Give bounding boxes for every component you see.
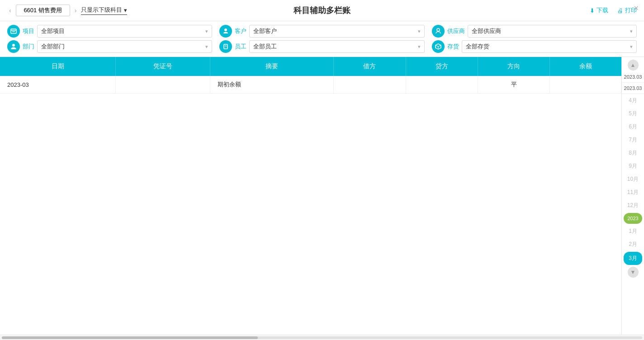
show-sub-label: 只显示下级科目 [81, 6, 122, 14]
nav-prev-button[interactable]: ‹ [7, 6, 13, 15]
svg-line-10 [438, 45, 441, 47]
timeline-month-1[interactable]: 1月 [622, 225, 644, 238]
col-debit: 借方 [334, 57, 406, 76]
dept-value: 全部部门 [41, 42, 65, 51]
account-code-display: 6601 销售费用 [16, 5, 70, 16]
supplier-label: 供应商 [447, 27, 465, 35]
inventory-select[interactable]: 全部存货 ▾ [462, 40, 637, 53]
project-select[interactable]: 全部项目 ▾ [37, 25, 212, 38]
timeline-month-5[interactable]: 5月 [622, 107, 644, 120]
download-button[interactable]: ⬇ 下载 [590, 6, 608, 14]
inventory-arrow: ▾ [630, 44, 633, 50]
timeline-month-6[interactable]: 6月 [622, 120, 644, 133]
dept-arrow: ▾ [205, 44, 208, 50]
filter-item-employee: 员工 全部员工 ▾ [219, 40, 424, 53]
supplier-select[interactable]: 全部供应商 ▾ [468, 25, 637, 38]
timeline-year-badge[interactable]: 2023 [624, 213, 642, 224]
print-icon: 🖨 [617, 7, 623, 14]
supplier-value: 全部供应商 [472, 27, 501, 35]
timeline-month-9[interactable]: 9月 [622, 160, 644, 173]
customer-value: 全部客户 [253, 27, 277, 35]
timeline-month-11[interactable]: 11月 [622, 186, 644, 199]
filter-item-inventory: 存货 全部存货 ▾ [432, 40, 637, 53]
project-value: 全部项目 [41, 27, 65, 35]
scroll-track[interactable] [2, 336, 642, 339]
col-voucher: 凭证号 [116, 57, 210, 76]
customer-arrow: ▾ [418, 28, 421, 34]
filter-row-1: 项目 全部项目 ▾ 客户 全部客户 ▾ [7, 25, 637, 38]
filter-row-2: 部门 全部部门 ▾ 员工 全部员工 ▾ [7, 40, 637, 53]
svg-rect-0 [11, 29, 16, 33]
bottom-scrollbar[interactable] [0, 335, 644, 340]
title-left: ‹ 6601 销售费用 › 只显示下级科目 ▾ [7, 5, 127, 16]
dept-icon [7, 40, 20, 53]
timeline-month-4[interactable]: 4月 [622, 94, 644, 107]
scroll-thumb[interactable] [2, 336, 258, 339]
table-row: 2023-03 期初余额 平 [0, 76, 621, 94]
dept-select[interactable]: 全部部门 ▾ [37, 40, 212, 53]
customer-label: 客户 [235, 27, 246, 35]
content-area: 日期 凭证号 摘要 借方 贷方 方向 余额 2023-03 期初余额 [0, 57, 644, 335]
inventory-icon [432, 40, 445, 53]
cell-debit [334, 76, 406, 94]
filter-item-project: 项目 全部项目 ▾ [7, 25, 212, 38]
cell-date: 2023-03 [0, 76, 116, 94]
project-icon [7, 25, 20, 38]
cell-direction: 平 [478, 76, 549, 94]
cell-voucher [116, 76, 210, 94]
employee-arrow: ▾ [418, 44, 421, 50]
title-bar: ‹ 6601 销售费用 › 只显示下级科目 ▾ 科目辅助多栏账 ⬇ 下载 🖨 打… [0, 0, 644, 21]
table-header-row: 日期 凭证号 摘要 借方 贷方 方向 余额 [0, 57, 621, 76]
nav-next-button[interactable]: › [73, 6, 79, 15]
col-summary: 摘要 [210, 57, 334, 76]
customer-select[interactable]: 全部客户 ▾ [249, 25, 424, 38]
main-table-container[interactable]: 日期 凭证号 摘要 借方 贷方 方向 余额 2023-03 期初余额 [0, 57, 621, 335]
supplier-arrow: ▾ [630, 28, 633, 34]
page-title: 科目辅助多栏账 [294, 5, 350, 16]
timeline-month-12[interactable]: 12月 [622, 199, 644, 212]
show-sub-arrow: ▾ [124, 7, 127, 14]
dept-label: 部门 [23, 42, 34, 51]
title-actions: ⬇ 下载 🖨 打印 × [590, 6, 637, 14]
employee-value: 全部员工 [253, 42, 277, 51]
col-date: 日期 [0, 57, 116, 76]
timeline-down-button[interactable]: ▼ [628, 267, 639, 278]
svg-point-4 [12, 44, 15, 47]
employee-icon [219, 40, 232, 53]
timeline-panel: ▲ 2023.03 2023.03 4月 5月 6月 7月 8月 9月 10月 … [621, 57, 644, 335]
timeline-month-2[interactable]: 2月 [622, 238, 644, 251]
col-credit: 贷方 [406, 57, 478, 76]
customer-icon [219, 25, 232, 38]
inventory-label: 存货 [447, 42, 459, 51]
svg-point-3 [437, 28, 440, 31]
timeline-month-7[interactable]: 7月 [622, 133, 644, 146]
timeline-header-1: 2023.03 [622, 71, 644, 83]
filter-item-supplier: 供应商 全部供应商 ▾ [432, 25, 637, 38]
employee-select[interactable]: 全部员工 ▾ [249, 40, 424, 53]
filter-item-customer: 客户 全部客户 ▾ [219, 25, 424, 38]
svg-line-9 [436, 45, 438, 47]
ledger-table: 日期 凭证号 摘要 借方 贷方 方向 余额 2023-03 期初余额 [0, 57, 621, 94]
project-arrow: ▾ [205, 28, 208, 34]
show-sub-button[interactable]: 只显示下级科目 ▾ [81, 6, 127, 15]
project-label: 项目 [23, 27, 34, 35]
cell-summary: 期初余额 [210, 76, 334, 94]
download-icon: ⬇ [590, 7, 595, 14]
filter-item-dept: 部门 全部部门 ▾ [7, 40, 212, 53]
employee-label: 员工 [235, 42, 246, 51]
main-window: ‹ 6601 销售费用 › 只显示下级科目 ▾ 科目辅助多栏账 ⬇ 下载 🖨 打… [0, 0, 644, 340]
timeline-header-2: 2023.03 [622, 83, 644, 94]
col-balance: 余额 [550, 57, 621, 76]
cell-balance [550, 76, 621, 94]
inventory-value: 全部存货 [466, 42, 489, 51]
col-direction: 方向 [478, 57, 549, 76]
supplier-icon [432, 25, 445, 38]
timeline-month-8[interactable]: 8月 [622, 146, 644, 160]
close-button[interactable]: × [634, 4, 639, 13]
timeline-active-month[interactable]: 3月 [624, 252, 642, 265]
timeline-up-button[interactable]: ▲ [628, 60, 639, 71]
timeline-month-10[interactable]: 10月 [622, 173, 644, 186]
cell-credit [406, 76, 478, 94]
download-label: 下载 [597, 6, 608, 14]
filter-bar: 项目 全部项目 ▾ 客户 全部客户 ▾ [0, 21, 644, 57]
